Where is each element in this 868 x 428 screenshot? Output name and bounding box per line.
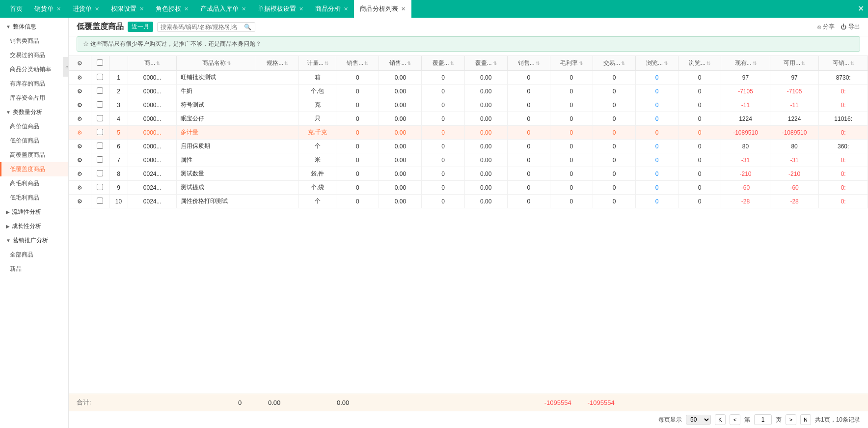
row-browse1[interactable]: 0 bbox=[636, 85, 678, 98]
col-browse1[interactable]: 浏览...⇅ bbox=[636, 56, 678, 71]
sidebar-item-low-coverage[interactable]: 低覆盖度商品 bbox=[0, 162, 68, 176]
row-browse2: 0 bbox=[678, 98, 721, 112]
row-settings[interactable]: ⚙ bbox=[69, 153, 91, 167]
last-page-button[interactable]: N bbox=[800, 414, 811, 425]
nav-tab-analysis-list[interactable]: 商品分析列表 ✕ bbox=[354, 0, 411, 18]
row-settings[interactable]: ⚙ bbox=[69, 112, 91, 126]
first-page-button[interactable]: K bbox=[715, 414, 726, 425]
window-close-button[interactable]: ✕ bbox=[858, 5, 864, 13]
sidebar-section-overall[interactable]: ▼ 整体信息 bbox=[0, 20, 68, 34]
close-analysis-list-icon[interactable]: ✕ bbox=[401, 6, 406, 12]
col-coverage1[interactable]: 覆盖...⇅ bbox=[422, 56, 464, 71]
close-products-icon[interactable]: ✕ bbox=[242, 6, 246, 12]
row-sales-qty: 0 bbox=[336, 98, 379, 112]
row-settings[interactable]: ⚙ bbox=[69, 181, 91, 195]
sidebar-item-low-profit[interactable]: 低毛利商品 bbox=[0, 191, 68, 205]
row-check[interactable] bbox=[91, 181, 109, 195]
sidebar-item-high-value[interactable]: 高价值商品 bbox=[0, 119, 68, 134]
row-browse1[interactable]: 0 bbox=[636, 98, 678, 112]
col-current[interactable]: 现有...⇅ bbox=[721, 56, 770, 71]
nav-tab-analysis[interactable]: 商品分析 ✕ bbox=[309, 0, 354, 18]
row-settings[interactable]: ⚙ bbox=[69, 126, 91, 140]
row-settings[interactable]: ⚙ bbox=[69, 167, 91, 181]
col-spec[interactable]: 规格...⇅ bbox=[256, 56, 299, 71]
nav-tab-products[interactable]: 产成品入库单 ✕ bbox=[194, 0, 252, 18]
sidebar-section-flow[interactable]: ▶ 流通性分析 bbox=[0, 205, 68, 219]
col-sales-x[interactable]: 销售...⇅ bbox=[507, 56, 550, 71]
sidebar-item-new-goods[interactable]: 新品 bbox=[0, 262, 68, 276]
row-check[interactable] bbox=[91, 85, 109, 98]
sidebar-section-marketing[interactable]: ▼ 营销推广分析 bbox=[0, 233, 68, 248]
select-all-checkbox[interactable] bbox=[97, 59, 103, 66]
nav-tab-sales[interactable]: 销货单 ✕ bbox=[28, 0, 67, 18]
sidebar-item-high-profit[interactable]: 高毛利商品 bbox=[0, 176, 68, 191]
sidebar-item-all-goods[interactable]: 全部商品 bbox=[0, 248, 68, 262]
row-unit: 箱 bbox=[299, 71, 336, 85]
sidebar-item-stock-fund[interactable]: 库存资金占用 bbox=[0, 91, 68, 105]
row-check[interactable] bbox=[91, 140, 109, 153]
row-check[interactable] bbox=[91, 71, 109, 85]
row-settings[interactable]: ⚙ bbox=[69, 71, 91, 85]
col-sales-amt[interactable]: 销售...⇅ bbox=[379, 56, 422, 71]
row-browse1[interactable]: 0 bbox=[636, 181, 678, 195]
close-roles-icon[interactable]: ✕ bbox=[184, 6, 189, 12]
page-number-input[interactable] bbox=[754, 414, 772, 425]
col-available[interactable]: 可用...⇅ bbox=[770, 56, 819, 71]
row-check[interactable] bbox=[91, 98, 109, 112]
row-check[interactable] bbox=[91, 195, 109, 208]
col-sales-qty[interactable]: 销售...⇅ bbox=[336, 56, 379, 71]
col-name[interactable]: 商品名称⇅ bbox=[177, 56, 256, 71]
sidebar-item-low-value[interactable]: 低价值商品 bbox=[0, 134, 68, 148]
close-sales-icon[interactable]: ✕ bbox=[56, 6, 61, 12]
row-browse1[interactable]: 0 bbox=[636, 167, 678, 181]
prev-page-button[interactable]: < bbox=[730, 414, 740, 425]
sidebar-item-has-stock[interactable]: 有库存的商品 bbox=[0, 77, 68, 91]
export-button[interactable]: ⏻ 导出 bbox=[841, 23, 860, 31]
sidebar-item-high-coverage[interactable]: 高覆盖度商品 bbox=[0, 148, 68, 162]
row-unit: 袋,件 bbox=[299, 167, 336, 181]
col-code[interactable]: 商...⇅ bbox=[128, 56, 177, 71]
col-unit[interactable]: 计量...⇅ bbox=[299, 56, 336, 71]
next-page-button[interactable]: > bbox=[786, 414, 796, 425]
row-check[interactable] bbox=[91, 153, 109, 167]
row-browse1[interactable]: 0 bbox=[636, 195, 678, 208]
nav-tab-permissions[interactable]: 权限设置 ✕ bbox=[105, 0, 150, 18]
close-templates-icon[interactable]: ✕ bbox=[299, 6, 303, 12]
row-browse1[interactable]: 0 bbox=[636, 140, 678, 153]
nav-tab-home[interactable]: 首页 bbox=[4, 0, 28, 18]
sidebar-item-sales-goods[interactable]: 销售类商品 bbox=[0, 34, 68, 48]
nav-tab-purchase[interactable]: 进货单 ✕ bbox=[67, 0, 105, 18]
row-settings[interactable]: ⚙ bbox=[69, 195, 91, 208]
col-settings[interactable]: ⚙ bbox=[69, 56, 91, 71]
per-page-select[interactable]: 50 10 20 100 bbox=[686, 415, 711, 425]
row-check[interactable] bbox=[91, 126, 109, 140]
row-check[interactable] bbox=[91, 167, 109, 181]
sidebar-section-growth[interactable]: ▶ 成长性分析 bbox=[0, 219, 68, 233]
row-browse1[interactable]: 0 bbox=[636, 112, 678, 126]
col-trade[interactable]: 交易...⇅ bbox=[593, 56, 635, 71]
col-browse2[interactable]: 浏览...⇅ bbox=[678, 56, 721, 71]
time-filter-button[interactable]: 近一月 bbox=[128, 22, 153, 32]
share-button[interactable]: ⎋ 分享 bbox=[817, 23, 835, 31]
col-gross[interactable]: 毛利率⇅ bbox=[550, 56, 593, 71]
row-browse1[interactable]: 0 bbox=[636, 71, 678, 85]
close-analysis-icon[interactable]: ✕ bbox=[344, 6, 348, 12]
sidebar-item-traded-goods[interactable]: 交易过的商品 bbox=[0, 48, 68, 62]
col-sellable[interactable]: 可销...⇅ bbox=[819, 56, 868, 71]
search-input[interactable] bbox=[161, 24, 244, 30]
row-check[interactable] bbox=[91, 112, 109, 126]
nav-tab-roles[interactable]: 角色授权 ✕ bbox=[150, 0, 194, 18]
row-browse1[interactable]: 0 bbox=[636, 126, 678, 140]
col-coverage2[interactable]: 覆盖...⇅ bbox=[464, 56, 507, 71]
row-settings[interactable]: ⚙ bbox=[69, 140, 91, 153]
nav-tab-templates[interactable]: 单据模板设置 ✕ bbox=[252, 0, 309, 18]
close-permissions-icon[interactable]: ✕ bbox=[139, 6, 144, 12]
sidebar-collapse-button[interactable]: « bbox=[63, 57, 69, 77]
close-purchase-icon[interactable]: ✕ bbox=[95, 6, 99, 12]
row-browse1[interactable]: 0 bbox=[636, 153, 678, 167]
row-settings[interactable]: ⚙ bbox=[69, 85, 91, 98]
sidebar-section-quantity[interactable]: ▼ 类数量分析 bbox=[0, 105, 68, 119]
sidebar-item-sales-ratio[interactable]: 商品分类动销率 bbox=[0, 62, 68, 77]
col-check[interactable] bbox=[91, 56, 109, 71]
row-settings[interactable]: ⚙ bbox=[69, 98, 91, 112]
